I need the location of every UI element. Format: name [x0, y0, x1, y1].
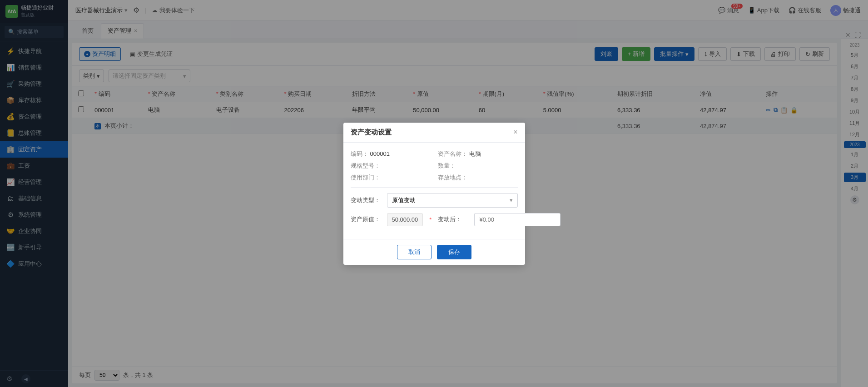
modal-department-field: 使用部门： — [351, 174, 431, 182]
modal-info-grid: 编码： 000001 资产名称： 电脑 规格型号： 数量： 使用部门： — [351, 150, 518, 188]
change-type-row: 变动类型： 原值变动 ▾ — [351, 193, 518, 208]
modal-code-value: 000001 — [370, 150, 390, 157]
chevron-down-icon: ▾ — [510, 197, 513, 203]
change-type-select[interactable]: 原值变动 ▾ — [387, 193, 518, 208]
asset-change-modal: 资产变动设置 × 编码： 000001 资产名称： 电脑 规格型号： 数 — [343, 123, 525, 265]
modal-footer: 取消 保存 — [343, 239, 525, 265]
after-change-label: 变动后： — [438, 215, 470, 223]
modal-asset-name-value: 电脑 — [469, 150, 481, 158]
modal-title: 资产变动设置 — [351, 128, 392, 137]
modal-spec-field: 规格型号： — [351, 162, 431, 170]
modal-quantity-field: 数量： — [438, 162, 518, 170]
cancel-button[interactable]: 取消 — [397, 245, 432, 259]
asset-value-row: 资产原值： 50,000.00 * 变动后： — [351, 213, 518, 226]
modal-code-field: 编码： 000001 — [351, 150, 431, 158]
modal-location-field: 存放地点： — [438, 174, 518, 182]
asset-value-label: 资产原值： — [351, 215, 382, 223]
asset-value-display: 50,000.00 — [387, 213, 423, 226]
modal-close-button[interactable]: × — [513, 128, 517, 136]
modal-asset-name-field: 资产名称： 电脑 — [438, 150, 518, 158]
modal-overlay: 资产变动设置 × 编码： 000001 资产名称： 电脑 规格型号： 数 — [0, 0, 868, 387]
modal-body: 编码： 000001 资产名称： 电脑 规格型号： 数量： 使用部门： — [343, 143, 525, 239]
change-type-label: 变动类型： — [351, 196, 382, 204]
after-change-input[interactable] — [474, 213, 560, 226]
modal-header: 资产变动设置 × — [343, 123, 525, 143]
save-button[interactable]: 保存 — [437, 245, 471, 259]
required-star: * — [429, 216, 432, 223]
